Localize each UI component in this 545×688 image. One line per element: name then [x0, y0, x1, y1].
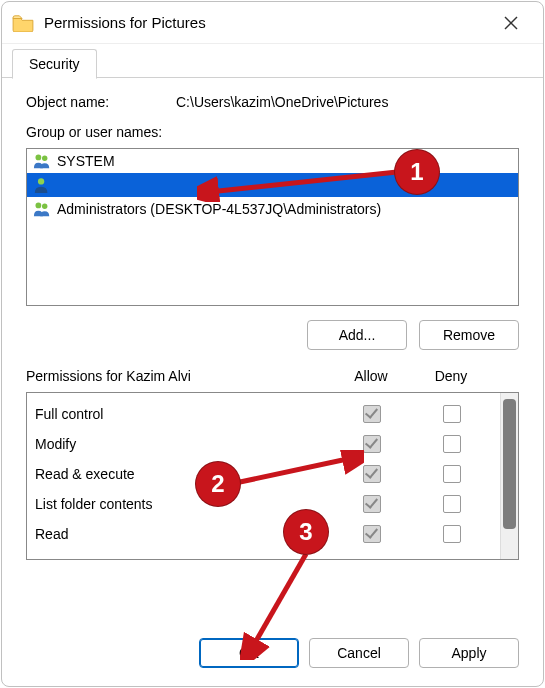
deny-checkbox[interactable]: [443, 405, 461, 423]
permissions-rows: Full control Modify Read & execute: [27, 393, 500, 559]
dialog-buttons: OK Cancel Apply: [2, 628, 543, 686]
scrollbar[interactable]: [500, 393, 518, 559]
deny-header: Deny: [411, 368, 491, 384]
permissions-header: Permissions for Kazim Alvi Allow Deny: [26, 368, 519, 384]
deny-checkbox[interactable]: [443, 465, 461, 483]
group-label: Group or user names:: [26, 124, 519, 140]
perm-name: Read & execute: [35, 466, 332, 482]
perm-name: Full control: [35, 406, 332, 422]
tab-security[interactable]: Security: [12, 49, 97, 79]
annotation-badge-3: 3: [284, 510, 328, 554]
permissions-area: Permissions for Kazim Alvi Allow Deny Fu…: [26, 368, 519, 560]
apply-button[interactable]: Apply: [419, 638, 519, 668]
user-icon: [33, 176, 51, 194]
close-button[interactable]: [489, 7, 533, 39]
allow-checkbox[interactable]: [363, 465, 381, 483]
allow-header: Allow: [331, 368, 411, 384]
user-buttons: Add... Remove: [26, 320, 519, 350]
object-name-label: Object name:: [26, 94, 176, 110]
permissions-dialog: Permissions for Pictures Security Object…: [1, 1, 544, 687]
close-icon: [504, 16, 518, 30]
annotation-badge-1: 1: [395, 150, 439, 194]
scroll-track[interactable]: [501, 393, 518, 559]
svg-point-4: [38, 178, 44, 184]
perm-row: List folder contents: [27, 489, 500, 519]
allow-checkbox[interactable]: [363, 405, 381, 423]
perm-row: Full control: [27, 399, 500, 429]
window-title: Permissions for Pictures: [44, 14, 489, 31]
allow-checkbox[interactable]: [363, 435, 381, 453]
deny-checkbox[interactable]: [443, 435, 461, 453]
deny-checkbox[interactable]: [443, 525, 461, 543]
perm-row: Read: [27, 519, 500, 549]
content-area: Object name: C:\Users\kazim\OneDrive\Pic…: [2, 77, 543, 628]
user-name: SYSTEM: [57, 153, 115, 169]
perm-name: Modify: [35, 436, 332, 452]
perm-name: List folder contents: [35, 496, 332, 512]
cancel-button[interactable]: Cancel: [309, 638, 409, 668]
users-icon: [33, 152, 51, 170]
user-row-system[interactable]: SYSTEM: [27, 149, 518, 173]
user-row-selected[interactable]: [27, 173, 518, 197]
perm-row: Read & execute: [27, 459, 500, 489]
user-list[interactable]: SYSTEM Administrators (DESKTOP-4L537JQ\A…: [26, 148, 519, 306]
scroll-thumb[interactable]: [503, 399, 516, 529]
allow-checkbox[interactable]: [363, 525, 381, 543]
titlebar: Permissions for Pictures: [2, 2, 543, 44]
tab-bar: Security: [2, 44, 543, 78]
object-name-value: C:\Users\kazim\OneDrive\Pictures: [176, 94, 388, 110]
permissions-title: Permissions for Kazim Alvi: [26, 368, 331, 384]
allow-checkbox[interactable]: [363, 495, 381, 513]
remove-button[interactable]: Remove: [419, 320, 519, 350]
perm-row: Modify: [27, 429, 500, 459]
permissions-list: Full control Modify Read & execute: [26, 392, 519, 560]
svg-point-5: [36, 203, 42, 209]
ok-button[interactable]: OK: [199, 638, 299, 668]
annotation-badge-2: 2: [196, 462, 240, 506]
svg-point-2: [36, 155, 42, 161]
folder-icon: [12, 14, 34, 32]
add-button[interactable]: Add...: [307, 320, 407, 350]
svg-point-6: [42, 204, 47, 209]
users-icon: [33, 200, 51, 218]
deny-checkbox[interactable]: [443, 495, 461, 513]
object-name-row: Object name: C:\Users\kazim\OneDrive\Pic…: [26, 94, 519, 110]
user-name: Administrators (DESKTOP-4L537JQ\Administ…: [57, 201, 381, 217]
svg-point-3: [42, 156, 47, 161]
user-row-admins[interactable]: Administrators (DESKTOP-4L537JQ\Administ…: [27, 197, 518, 221]
